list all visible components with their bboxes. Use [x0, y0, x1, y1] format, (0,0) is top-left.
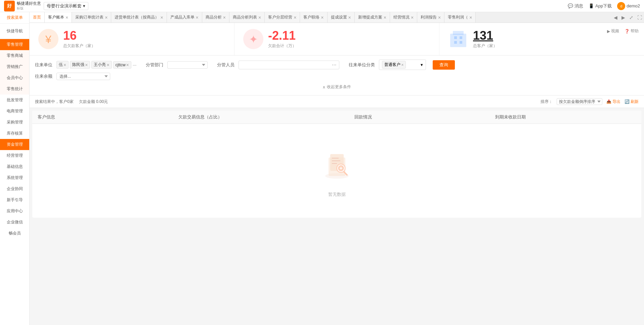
filter-tag-4: cjttcw ×	[113, 61, 131, 69]
remove-tag-4-btn[interactable]: ×	[126, 62, 129, 68]
tab-new-raise-plan[interactable]: 新增提成方案 ×	[355, 12, 390, 23]
person-more-btn[interactable]: ···	[332, 62, 336, 68]
tab-bar: 首页 客户账本 × 采购订单统计表 × 进货单统计表（按商品） × 产成品入库单…	[30, 12, 644, 23]
stat-block-customers: ¥ 16 总欠款客户（家）	[30, 23, 234, 55]
search-result-text: 搜索结果中，客户0家	[35, 99, 74, 105]
balance-select[interactable]: 选择...	[56, 73, 110, 80]
refresh-icon: 🔄	[625, 99, 630, 104]
close-icon[interactable]: ×	[384, 15, 386, 20]
sidebar-item-purchase[interactable]: 采购管理	[0, 117, 29, 128]
tab-production-instock[interactable]: 产成品入库单 ×	[167, 12, 202, 23]
dept-select[interactable]	[167, 61, 208, 69]
logo-area: 好 畅捷通好生意 标版	[4, 1, 41, 11]
close-icon[interactable]: ×	[411, 15, 414, 20]
stat-info-customers: 16 总欠款客户（家）	[63, 30, 95, 49]
collapse-btn[interactable]: ∧ 收起更多条件	[321, 83, 352, 91]
sidebar-item-enterprise[interactable]: 企业协同	[0, 183, 29, 194]
sidebar-search[interactable]: 搜索菜单	[0, 12, 29, 24]
remove-unit-class-tag-btn[interactable]: ×	[401, 63, 403, 67]
refresh-btn[interactable]: 🔄 刷新	[625, 99, 639, 105]
sidebar-item-marketing[interactable]: 营销推广	[0, 61, 29, 72]
remove-tag-2-btn[interactable]: ×	[85, 62, 88, 68]
tab-business-status[interactable]: 经营情况 ×	[390, 12, 417, 23]
message-btn[interactable]: 💬 消息	[568, 3, 583, 9]
export-btn[interactable]: 📤 导出	[606, 99, 620, 105]
sidebar-item-new-guide[interactable]: 新手引导	[0, 194, 29, 206]
stat-label-customers: 总欠款客户（家）	[63, 43, 95, 49]
tab-customer-account[interactable]: 客户账本 ×	[45, 12, 72, 23]
sort-select[interactable]: 按欠款金额倒序排序	[557, 98, 602, 105]
sidebar-item-system[interactable]: 系统管理	[0, 172, 29, 183]
sidebar-item-inventory[interactable]: 库存核算	[0, 128, 29, 139]
remove-tag-1-btn[interactable]: ×	[63, 62, 66, 68]
unit-class-chevron-icon[interactable]: ▾	[421, 62, 423, 67]
tab-purchase-order-stats[interactable]: 采购订单统计表 ×	[72, 12, 111, 23]
message-icon: 💬	[568, 3, 573, 8]
sidebar-item-wx-biz[interactable]: 企业微信	[0, 217, 29, 228]
sidebar-item-operations[interactable]: 经营管理	[0, 150, 29, 161]
stat-block-debt: ✦ -2.11 欠款合计（万）	[234, 23, 439, 55]
help-btn[interactable]: ❓ 帮助	[625, 28, 639, 34]
close-icon[interactable]: ×	[160, 15, 163, 20]
svg-text:✦: ✦	[249, 33, 258, 45]
close-icon[interactable]: ×	[196, 15, 199, 20]
close-icon[interactable]: ×	[66, 15, 68, 20]
close-icon[interactable]: ×	[321, 15, 324, 20]
svg-rect-7	[460, 36, 462, 39]
workspace-selector[interactable]: 母婴行业演示帐套 ▾	[44, 2, 88, 10]
tab-maximize-icon[interactable]: ⤢	[627, 15, 635, 20]
tab-retail-profit[interactable]: 零售利润（ ×	[444, 12, 476, 23]
query-button[interactable]: 查询	[433, 60, 455, 70]
remove-tag-3-btn[interactable]: ×	[106, 62, 109, 68]
tab-customer-contact[interactable]: 客户联络 ×	[300, 12, 327, 23]
sidebar-item-member-center[interactable]: 会员中心	[0, 72, 29, 83]
sidebar-item-retail-mall[interactable]: 零售商城	[0, 50, 29, 61]
sidebar-item-finance[interactable]: 资金管理	[0, 139, 29, 150]
tab-fullscreen-icon[interactable]: ⛶	[635, 15, 644, 20]
sidebar-item-quick-nav[interactable]: 快捷导航	[0, 26, 29, 37]
person-input[interactable]	[242, 63, 332, 67]
tab-label: 客户账本	[48, 14, 64, 20]
tab-next-icon[interactable]: ▶	[619, 15, 627, 20]
unit-filter-label: 往来单位	[35, 62, 52, 68]
logo-sub: 标版	[17, 6, 41, 11]
app-download-btn[interactable]: 📱 App下载	[589, 3, 612, 9]
avatar: d	[617, 2, 625, 10]
video-btn[interactable]: ▶ 视频	[607, 28, 619, 34]
close-icon[interactable]: ×	[105, 15, 108, 20]
sidebar-item-ecommerce[interactable]: 电商管理	[0, 106, 29, 117]
tab-label: 利润报告	[421, 14, 437, 20]
close-icon[interactable]: ×	[469, 15, 472, 20]
sidebar-item-basic-info[interactable]: 基础信息	[0, 161, 29, 172]
close-icon[interactable]: ×	[438, 15, 441, 20]
tab-label: 客户联络	[303, 14, 319, 20]
sidebar-item-member[interactable]: 畅会员	[0, 228, 29, 239]
tab-prev-icon[interactable]: ◀	[612, 15, 619, 20]
tab-product-analysis[interactable]: 商品分析 ×	[202, 12, 229, 23]
unit-class-label: 往来单位分类	[349, 62, 375, 68]
filter-section: 往来单位 伍 × 陈民强 × 王小亮 ×	[30, 56, 644, 96]
sidebar-item-app-center[interactable]: 应用中心	[0, 206, 29, 217]
empty-state: 暂无数据	[32, 124, 641, 218]
tab-customer-segment[interactable]: 客户分层经营 ×	[265, 12, 300, 23]
chevron-up-icon: ∧	[323, 85, 326, 89]
sidebar-item-wholesale[interactable]: 批发管理	[0, 95, 29, 106]
person-input-wrap: ···	[239, 61, 339, 69]
close-icon[interactable]: ×	[223, 15, 226, 20]
stats-section: ¥ 16 总欠款客户（家） ✦	[30, 23, 644, 56]
user-profile[interactable]: d demo2	[617, 2, 640, 10]
stat-bg-icon-building	[447, 28, 469, 50]
tab-raise-settings[interactable]: 提成设置 ×	[328, 12, 355, 23]
tab-product-analysis-list[interactable]: 商品分析列表 ×	[229, 12, 265, 23]
close-icon[interactable]: ×	[258, 15, 261, 20]
sidebar: 搜索菜单 快捷导航 零售管理 零售商城 营销推广 会员中心 零售统计 批发管理 …	[0, 12, 30, 325]
sidebar-item-retail-mgmt[interactable]: 零售管理	[0, 39, 29, 50]
tab-stock-stats[interactable]: 进货单统计表（按商品） ×	[111, 12, 167, 23]
close-icon[interactable]: ×	[294, 15, 296, 20]
tab-home[interactable]: 首页	[30, 12, 45, 23]
chevron-down-icon: ▾	[83, 3, 85, 8]
close-icon[interactable]: ×	[348, 15, 351, 20]
tab-profit-report[interactable]: 利润报告 ×	[417, 12, 444, 23]
more-tags-btn[interactable]: ···	[133, 62, 137, 68]
sidebar-item-retail-stats[interactable]: 零售统计	[0, 83, 29, 95]
